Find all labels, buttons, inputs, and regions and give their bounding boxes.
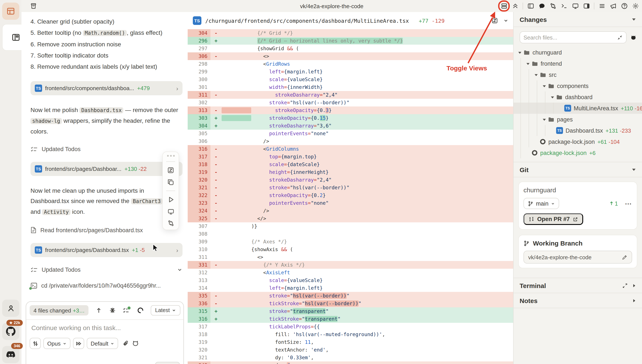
diff-line: 323- pointerEvents="none" (188, 199, 514, 207)
terminal-command-row[interactable]: cd /private/var/folders/10/h7w0q46556ggr… (31, 282, 183, 289)
chevron-down-icon[interactable] (177, 267, 183, 272)
composer-divider (26, 319, 183, 320)
workspace-tab-layout[interactable] (2, 2, 19, 20)
tree-folder-src[interactable]: src (514, 69, 642, 80)
version-dropdown[interactable]: Latest (151, 305, 181, 316)
open-pr-button[interactable]: Open PR #7 (523, 213, 583, 225)
separator (523, 2, 523, 10)
folder-icon (548, 116, 554, 122)
panel-right-icon[interactable] (583, 2, 590, 10)
chat-bubble-icon[interactable] (538, 2, 545, 10)
branch-icon (523, 240, 529, 246)
expand-icon[interactable] (622, 283, 628, 288)
working-branch-input[interactable]: vk/4e2a-explore-the-code (523, 251, 632, 264)
account-button[interactable] (2, 300, 19, 317)
diff-file-header[interactable]: TS /churnguard/frontend/src/components/d… (188, 12, 514, 29)
send-button[interactable]: Send (155, 362, 180, 364)
tree-file-dashboard.tsx[interactable]: TSDashboard.tsx+131-233 (514, 125, 642, 136)
mode-dropdown[interactable]: Default (87, 338, 118, 349)
fast-forward-icon (75, 340, 82, 346)
branch-icon (528, 201, 533, 206)
file-diff-chip[interactable]: TSfrontend/src/components/dashboa...+479… (31, 81, 183, 95)
git-section-header[interactable]: Git (514, 162, 642, 177)
commits-ahead[interactable]: 1 (609, 200, 618, 207)
diff-line: 313- strokeOpacity={0.3} (188, 106, 514, 114)
updated-todos-row[interactable]: Updated Todos (31, 266, 183, 273)
titlebar: vk/4e2a-explore-the-code (22, 0, 642, 12)
megaphone-icon[interactable] (609, 2, 617, 10)
tree-file-package-lock.json[interactable]: package-lock.json+6 (514, 147, 642, 158)
diff-line: 335- stroke="hsl(var(--border))" (188, 292, 514, 300)
stacked-rows-icon[interactable] (500, 2, 508, 10)
git-compare-icon[interactable] (549, 2, 556, 10)
ts-file-icon: TS (564, 105, 571, 112)
updated-todos-row[interactable]: Updated Todos (31, 146, 183, 152)
zed-icon[interactable] (167, 166, 174, 174)
changes-section-header[interactable]: Changes (514, 12, 642, 27)
diff-line: 296+ {/* Grid — horizontal lines only, v… (188, 37, 514, 45)
inline-code: Activity (42, 209, 71, 215)
caret-down-icon (518, 50, 523, 54)
settings-sliders-button[interactable] (30, 338, 41, 349)
more-menu[interactable]: ⋯ (625, 200, 632, 208)
message-hover-toolbar (162, 152, 179, 230)
diff-line: 319- height={innerHeight} (188, 168, 514, 176)
diff-line: 315+ stroke="transparent" (188, 307, 514, 315)
fast-forward-button[interactable] (73, 338, 84, 349)
message-input[interactable]: Continue working on this task... (31, 324, 121, 332)
file-diff-chip[interactable]: TSfrontend/src/pages/Dashboard.tsx+1 -5› (31, 243, 183, 257)
copy-icon[interactable] (167, 178, 174, 186)
menu-icon[interactable] (598, 2, 605, 10)
pencil-icon[interactable] (622, 254, 627, 260)
play-icon[interactable] (167, 196, 175, 204)
read-file-row[interactable]: Read frontend/src/pages/Dashboard.tsx (31, 227, 183, 234)
branch-dropdown[interactable]: main (523, 198, 559, 209)
terminal-icon (31, 282, 37, 289)
package-lock-icon (532, 150, 538, 156)
shrink-icon[interactable] (617, 34, 623, 40)
workspace-rail: ★ 22k 346 (0, 0, 22, 364)
app-window: ★ 22k 346 vk/4e2a-explore-the-code 4. Cl… (0, 0, 642, 364)
terminal-section-header[interactable]: Terminal (514, 278, 642, 293)
tree-folder-churnguard[interactable]: churnguard (514, 47, 642, 58)
terminal-prompt-icon[interactable] (560, 2, 568, 10)
tree-file-package-lock.json[interactable]: package-lock.json+61-104 (514, 136, 642, 147)
gear-icon[interactable] (632, 2, 639, 10)
diff-line: 304- {/* Grid */} (188, 29, 514, 37)
diff-line: 317 tickLabelProps={{ (188, 323, 514, 330)
paperclip-icon[interactable] (123, 340, 130, 347)
files-changed-chip[interactable]: 4 files changed +3… (30, 305, 89, 316)
monitor-icon[interactable] (571, 2, 579, 10)
tree-folder-pages[interactable]: pages (514, 114, 642, 125)
model-dropdown[interactable]: Opus (43, 338, 71, 349)
todos-status-icon[interactable] (123, 307, 130, 314)
git-compare-icon[interactable] (167, 220, 174, 227)
github-button[interactable]: ★ 22k (2, 323, 19, 340)
diff-line: 302 stroke="hsl(var(--border))" (188, 99, 514, 106)
tree-file-multilinearea.tsx[interactable]: TSMultiLineArea.tsx+110-162 (514, 102, 642, 114)
chevron-down-icon (63, 342, 67, 345)
notes-section-header[interactable]: Notes (514, 293, 642, 308)
chevron-down-icon[interactable] (503, 18, 508, 23)
zed-icon[interactable] (491, 17, 498, 24)
list-item: 6. Remove zoom instruction noise (31, 39, 183, 49)
tree-folder-frontend[interactable]: frontend (514, 58, 642, 69)
tree-folder-dashboard[interactable]: dashboard (514, 92, 642, 102)
asterisk-icon[interactable] (109, 307, 116, 314)
chevrons-up-icon[interactable] (511, 2, 519, 10)
diff-line: 301 width={innerWidth} (188, 83, 514, 91)
discord-button[interactable]: 346 (2, 346, 19, 363)
separator (594, 2, 594, 10)
search-input[interactable]: Search files... (520, 31, 626, 43)
cat-icon[interactable] (630, 34, 637, 40)
tree-folder-components[interactable]: components (514, 80, 642, 92)
external-link-icon (573, 216, 578, 222)
help-icon[interactable] (620, 2, 628, 10)
up-arrow-icon[interactable] (96, 307, 103, 314)
file-diff-chip[interactable]: TSfrontend/src/pages/Dashboar...+130 -22… (31, 162, 183, 176)
separator (166, 190, 175, 191)
panel-left-icon[interactable] (527, 2, 534, 10)
monitor-icon[interactable] (167, 208, 174, 215)
cat-icon[interactable] (132, 340, 139, 347)
ts-file-icon: TS (556, 127, 563, 134)
